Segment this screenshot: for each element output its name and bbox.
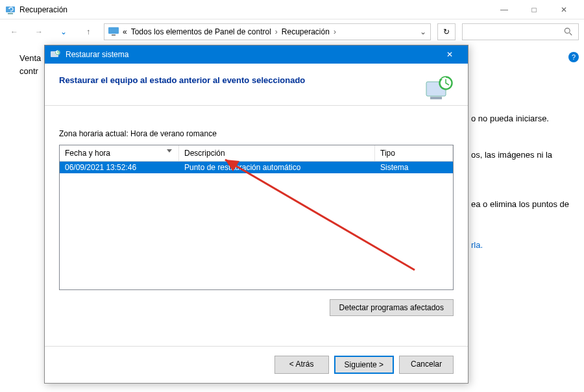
addr-dropdown-icon[interactable]: ⌄ (420, 27, 426, 36)
column-type[interactable]: Tipo (375, 145, 453, 161)
timezone-label: Zona horaria actual: Hora de verano roma… (59, 129, 454, 138)
restore-points-list: Fecha y hora Descripción Tipo 06/09/2021… (59, 145, 454, 290)
titlebar: Recuperación — □ ✕ (0, 0, 584, 19)
dialog-titlebar: Restaurar sistema ✕ (45, 45, 468, 64)
maximize-button[interactable]: □ (519, 0, 549, 19)
address-bar[interactable]: « Todos los elementos de Panel de contro… (104, 23, 431, 40)
bg-frag-1: o no pueda iniciarse. (471, 112, 549, 125)
bg-frag-3: ea o elimina los puntos de (471, 198, 569, 211)
search-box[interactable] (462, 23, 579, 40)
up-button[interactable]: ↑ (79, 23, 97, 41)
breadcrumb-2[interactable]: Recuperación (282, 27, 330, 36)
breadcrumb-1[interactable]: Todos los elementos de Panel de control (131, 27, 271, 36)
back-button[interactable]: ← (5, 23, 23, 41)
help-icon[interactable]: ? (568, 52, 579, 62)
svg-rect-2 (108, 27, 119, 34)
row-desc: Punto de restauración automático (179, 162, 375, 173)
breadcrumb-sep-1: › (275, 27, 278, 36)
minimize-button[interactable]: — (489, 0, 519, 19)
breadcrumb-sep-2: › (334, 27, 336, 36)
addr-raquo: « (123, 27, 127, 36)
row-date: 06/09/2021 13:52:46 (60, 162, 179, 173)
detect-programs-button[interactable]: Detectar programas afectados (330, 299, 454, 316)
bg-frag-2: os, las imágenes ni la (471, 149, 552, 162)
detect-row: Detectar programas afectados (59, 299, 454, 316)
search-icon (564, 27, 573, 36)
dialog-title: Restaurar sistema (66, 50, 128, 59)
dialog-heading: Restaurar el equipo al estado anterior a… (59, 75, 412, 85)
system-restore-icon (50, 49, 60, 60)
restore-point-row[interactable]: 06/09/2021 13:52:46 Punto de restauració… (60, 162, 453, 173)
column-desc[interactable]: Descripción (179, 145, 375, 161)
recovery-icon (5, 5, 16, 15)
back-wizard-button[interactable]: < Atrás (274, 356, 329, 374)
svg-rect-1 (8, 13, 13, 14)
svg-line-5 (570, 33, 572, 36)
recent-dropdown[interactable]: ⌄ (55, 23, 73, 41)
dialog-header: Restaurar el equipo al estado anterior a… (45, 64, 468, 106)
navbar: ← → ⌄ ↑ « Todos los elementos de Panel d… (0, 19, 584, 44)
main-window: Recuperación — □ ✕ ← → ⌄ ↑ « Todos los e… (0, 0, 584, 392)
forward-button[interactable]: → (30, 23, 48, 41)
bg-frag-4: rla. (471, 239, 483, 252)
row-type: Sistema (375, 162, 453, 173)
monitor-icon (108, 27, 119, 36)
window-title: Recuperación (19, 5, 67, 14)
restore-graphic-icon (425, 75, 454, 100)
dialog-body: Zona horaria actual: Hora de verano roma… (45, 106, 468, 346)
restore-dialog: Restaurar sistema ✕ Restaurar el equipo … (44, 45, 468, 384)
close-button[interactable]: ✕ (549, 0, 579, 19)
list-header: Fecha y hora Descripción Tipo (60, 145, 453, 162)
svg-rect-9 (430, 97, 442, 99)
dialog-close-button[interactable]: ✕ (437, 45, 463, 64)
column-date[interactable]: Fecha y hora (60, 145, 179, 161)
next-wizard-button[interactable]: Siguiente > (334, 356, 394, 374)
refresh-button[interactable]: ↻ (437, 23, 456, 40)
svg-rect-3 (112, 34, 116, 36)
dialog-footer: < Atrás Siguiente > Cancelar (45, 346, 468, 383)
window-controls: — □ ✕ (489, 0, 579, 19)
svg-point-4 (565, 28, 570, 33)
cancel-wizard-button[interactable]: Cancelar (399, 356, 454, 374)
